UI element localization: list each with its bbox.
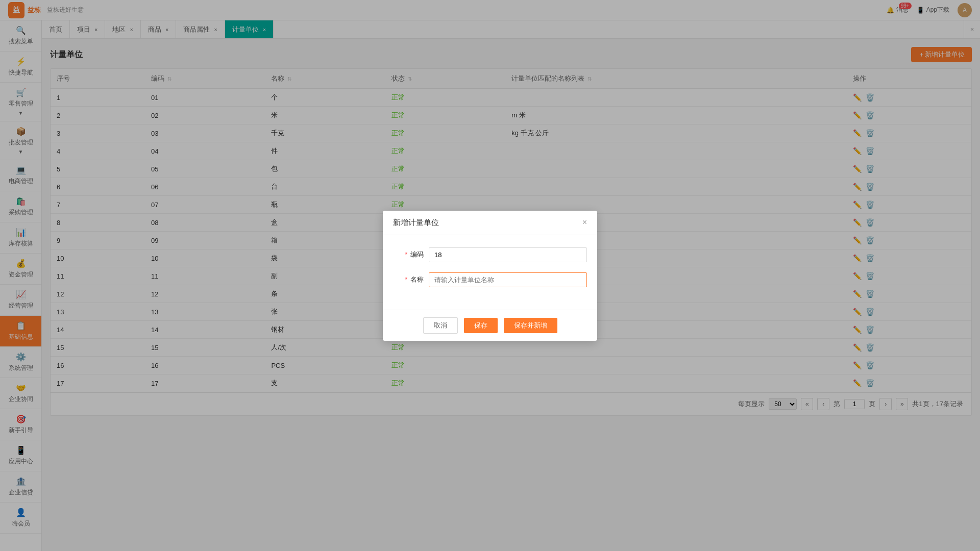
modal-body: * 编码 * 名称 [383,235,597,310]
modal-footer: 取消 保存 保存并新增 [383,310,597,341]
modal-overlay: 新增计量单位 × * 编码 * 名称 取消 保存 保存并新增 [0,0,980,551]
name-input[interactable] [429,272,587,287]
modal-header: 新增计量单位 × [383,211,597,235]
form-row-code: * 编码 [393,247,587,262]
code-label: * 编码 [393,250,424,259]
save-button[interactable]: 保存 [464,318,498,333]
required-star-name: * [405,276,407,283]
required-star-code: * [405,251,407,258]
modal-close-button[interactable]: × [582,218,587,227]
name-label: * 名称 [393,275,424,284]
add-unit-modal: 新增计量单位 × * 编码 * 名称 取消 保存 保存并新增 [383,211,597,341]
modal-title: 新增计量单位 [393,218,439,228]
cancel-button[interactable]: 取消 [423,317,458,334]
form-row-name: * 名称 [393,272,587,287]
code-input[interactable] [429,247,587,262]
save-and-new-button[interactable]: 保存并新增 [504,318,557,333]
